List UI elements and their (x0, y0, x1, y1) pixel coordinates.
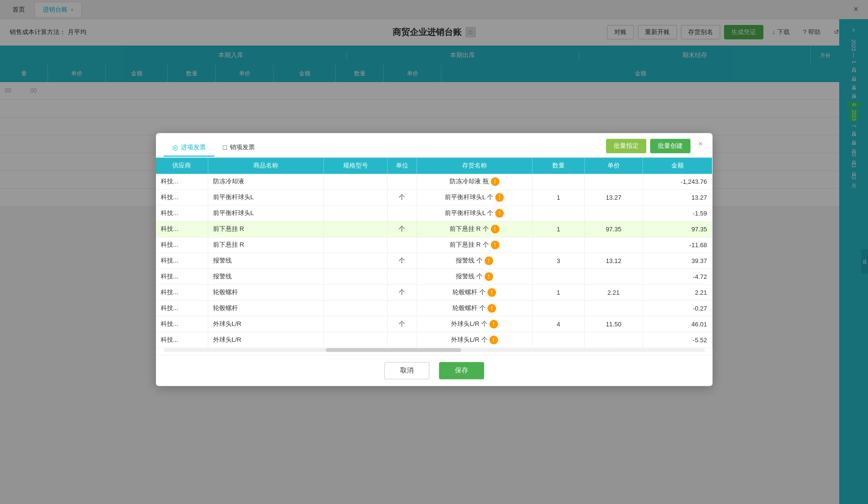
stock-name-text: 前平衡杆球头L 个 (445, 209, 493, 216)
cell-goods-name: 轮毂螺杆 (208, 300, 324, 316)
warning-icon: ! (491, 240, 499, 249)
cell-amount: -0.27 (642, 300, 712, 316)
cell-spec (324, 253, 388, 269)
cell-stock-name: 前平衡杆球头L 个! (416, 205, 533, 221)
cell-unit-price (584, 237, 642, 253)
modal-close-button[interactable]: × (696, 140, 704, 148)
tab-output-label: 销项发票 (230, 143, 255, 152)
stock-name-text: 轮毂螺杆 个 (452, 304, 486, 312)
stock-name-text: 前下悬挂 R 个 (450, 225, 489, 232)
cell-spec (324, 285, 388, 300)
cell-amount: 13.27 (642, 190, 712, 205)
stock-name-text: 报警线 个 (456, 273, 483, 280)
cell-spec (324, 300, 388, 316)
tab-input-invoice[interactable]: ◎ 进项发票 (164, 139, 214, 156)
cell-spec (324, 237, 388, 253)
modal-dialog: ◎ 进项发票 □ 销项发票 批量指定 批量创建 × 供应商 商品名称 规格型号 (156, 133, 713, 386)
th-unit-price: 单价 (584, 157, 642, 174)
cell-stock-name: 前下悬挂 R 个! (416, 221, 533, 237)
cell-quantity: 1 (533, 285, 585, 300)
batch-create-button[interactable]: 批量创建 (650, 139, 690, 153)
cell-amount: 46.01 (642, 316, 712, 332)
cell-supplier: 科技... (156, 221, 208, 237)
stock-name-text: 外球头L/R 个 (451, 320, 488, 327)
cell-unit-price: 11.50 (584, 316, 642, 332)
stock-name-text: 防冻冷却液 瓶 (450, 178, 489, 185)
cell-goods-name: 报警线 (208, 253, 324, 269)
cell-unit (388, 269, 416, 285)
cell-supplier: 科技... (156, 316, 208, 332)
cell-quantity (533, 237, 585, 253)
cell-unit: 个 (388, 316, 416, 332)
cell-unit: 个 (388, 285, 416, 300)
th-quantity: 数量 (533, 157, 585, 174)
warning-icon: ! (485, 256, 493, 265)
cell-amount: -1,243.76 (642, 174, 712, 190)
modal-table-wrap[interactable]: 供应商 商品名称 规格型号 单位 存货名称 数量 单价 金额 科技... 防冻冷… (156, 157, 713, 348)
table-row: 科技... 前平衡杆球头L 个 前平衡杆球头L 个! 1 13.27 13.27 (156, 190, 713, 205)
cell-supplier: 科技... (156, 332, 208, 348)
table-row: 科技... 前平衡杆球头L 前平衡杆球头L 个! -1.59 (156, 205, 713, 221)
tab-output-invoice[interactable]: □ 销项发票 (214, 139, 263, 156)
invoice-table: 供应商 商品名称 规格型号 单位 存货名称 数量 单价 金额 科技... 防冻冷… (156, 157, 713, 348)
cell-stock-name: 报警线 个! (416, 253, 533, 269)
input-invoice-icon: ◎ (172, 144, 178, 151)
table-row: 科技... 外球头L/R 个 外球头L/R 个! 4 11.50 46.01 (156, 316, 713, 332)
warning-icon: ! (488, 304, 496, 312)
cell-quantity (533, 174, 585, 190)
modal-horizontal-scrollbar[interactable] (164, 348, 705, 352)
cell-spec (324, 316, 388, 332)
table-row: 科技... 轮毂螺杆 轮毂螺杆 个! -0.27 (156, 300, 713, 316)
cell-supplier: 科技... (156, 190, 208, 205)
stock-name-text: 报警线 个 (456, 257, 483, 264)
modal-header: ◎ 进项发票 □ 销项发票 批量指定 批量创建 × (156, 133, 713, 157)
cell-unit-price (584, 332, 642, 348)
invoice-table-body: 科技... 防冻冷却液 防冻冷却液 瓶! -1,243.76 科技... 前平衡… (156, 174, 713, 348)
cell-goods-name: 报警线 (208, 269, 324, 285)
warning-icon: ! (485, 272, 493, 281)
cell-quantity: 3 (533, 253, 585, 269)
cell-unit-price: 13.12 (584, 253, 642, 269)
cell-unit (388, 332, 416, 348)
cell-supplier: 科技... (156, 174, 208, 190)
stock-name-text: 轮毂螺杆 个 (452, 288, 486, 296)
cell-amount: 39.37 (642, 253, 712, 269)
cell-amount: -4.72 (642, 269, 712, 285)
cell-quantity: 1 (533, 221, 585, 237)
cell-unit-price: 97.35 (584, 221, 642, 237)
table-row: 科技... 外球头L/R 外球头L/R 个! -5.52 (156, 332, 713, 348)
cell-spec (324, 174, 388, 190)
cell-supplier: 科技... (156, 269, 208, 285)
modal-header-buttons: 批量指定 批量创建 (606, 139, 690, 157)
cell-unit-price: 2.21 (584, 285, 642, 300)
cell-unit-price (584, 205, 642, 221)
table-row: 科技... 防冻冷却液 防冻冷却液 瓶! -1,243.76 (156, 174, 713, 190)
cell-stock-name: 前平衡杆球头L 个! (416, 190, 533, 205)
warning-icon: ! (495, 193, 504, 202)
cell-amount: -5.52 (642, 332, 712, 348)
cell-quantity (533, 332, 585, 348)
stock-name-text: 前下悬挂 R 个 (450, 241, 489, 248)
th-stock-name: 存货名称 (416, 157, 533, 174)
table-row: 科技... 报警线 个 报警线 个! 3 13.12 39.37 (156, 253, 713, 269)
th-goods-name: 商品名称 (208, 157, 324, 174)
cell-supplier: 科技... (156, 285, 208, 300)
cell-unit (388, 300, 416, 316)
cell-spec (324, 332, 388, 348)
stock-name-text: 前平衡杆球头L 个 (445, 193, 493, 201)
cell-unit-price (584, 174, 642, 190)
cell-amount: 97.35 (642, 221, 712, 237)
table-row: 科技... 前下悬挂 R 前下悬挂 R 个! -11.68 (156, 237, 713, 253)
cell-unit: 个 (388, 253, 416, 269)
cell-unit (388, 237, 416, 253)
batch-assign-button[interactable]: 批量指定 (606, 139, 646, 153)
cell-supplier: 科技... (156, 237, 208, 253)
cell-amount: -1.59 (642, 205, 712, 221)
cancel-button[interactable]: 取消 (384, 362, 429, 379)
cell-spec (324, 221, 388, 237)
th-supplier: 供应商 (156, 157, 208, 174)
th-unit: 单位 (388, 157, 416, 174)
save-button[interactable]: 保存 (439, 362, 484, 379)
modal-footer: 取消 保存 (156, 355, 713, 386)
table-row: 科技... 前下悬挂 R 个 前下悬挂 R 个! 1 97.35 97.35 (156, 221, 713, 237)
